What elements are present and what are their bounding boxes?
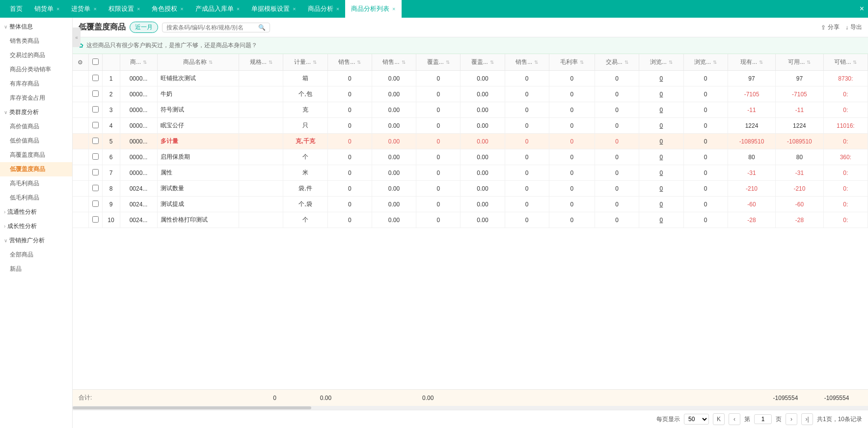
nav-tab-permissions[interactable]: 权限设置 ×	[103, 0, 146, 18]
column-coverage2[interactable]: 覆盖...⇅	[461, 54, 505, 71]
column-sales-qty[interactable]: 销售...⇅	[327, 54, 372, 71]
row-checkbox[interactable]	[92, 169, 99, 175]
column-settings[interactable]: ⚙	[73, 54, 88, 71]
page-size-select[interactable]: 50 20 100	[684, 414, 709, 425]
row-checkbox[interactable]	[92, 122, 99, 128]
sidebar-section-overall[interactable]: ∨ 整体信息	[0, 20, 72, 34]
row-browse1[interactable]: 0	[639, 134, 683, 149]
nav-tab-purchase[interactable]: 进货单 ×	[65, 0, 102, 18]
close-icon[interactable]: ×	[392, 0, 395, 18]
column-name[interactable]: 商品名称⇅	[157, 54, 239, 71]
export-button[interactable]: ↓ 导出	[845, 23, 862, 31]
row-checkbox[interactable]	[92, 75, 99, 81]
close-icon[interactable]: ×	[180, 0, 183, 18]
close-icon[interactable]: ×	[56, 0, 59, 18]
row-name[interactable]: 测试数量	[157, 181, 239, 197]
sidebar-item-low-margin[interactable]: 低毛利商品	[0, 191, 72, 205]
row-name[interactable]: 旺铺批次测试	[157, 71, 239, 86]
row-checkbox[interactable]	[92, 185, 99, 191]
first-page-button[interactable]: K	[713, 413, 725, 425]
column-spec[interactable]: 规格...⇅	[239, 54, 283, 71]
sidebar-item-new-goods[interactable]: 新品	[0, 262, 72, 276]
period-button[interactable]: 近一月	[130, 22, 158, 33]
row-browse1[interactable]: 0	[639, 86, 683, 102]
column-current-stock[interactable]: 现有...⇅	[728, 54, 775, 71]
column-coverage1[interactable]: 覆盖...⇅	[416, 54, 461, 71]
last-page-button[interactable]: ›|	[801, 413, 813, 425]
browse-link[interactable]: 0	[660, 201, 663, 208]
sidebar-toggle-button[interactable]: «	[73, 28, 81, 47]
close-icon[interactable]: ×	[336, 0, 339, 18]
nav-tab-analysis[interactable]: 商品分析 ×	[302, 0, 345, 18]
row-browse1[interactable]: 0	[639, 212, 683, 228]
sidebar-section-marketing[interactable]: ∨ 营销推广分析	[0, 233, 72, 248]
sidebar-item-high-value[interactable]: 高价值商品	[0, 119, 72, 134]
column-sales-other[interactable]: 销售...⇅	[505, 54, 549, 71]
column-browse1[interactable]: 浏览...⇅	[639, 54, 683, 71]
nav-tab-home[interactable]: 首页	[4, 0, 28, 18]
row-name[interactable]: 启用保质期	[157, 149, 239, 165]
row-name[interactable]: 属性价格打印测试	[157, 212, 239, 228]
browse-link[interactable]: 0	[660, 170, 663, 176]
sidebar-section-cluster[interactable]: ∨ 类群度分析	[0, 105, 72, 119]
sidebar-item-traded-goods[interactable]: 交易过的商品	[0, 48, 72, 62]
row-browse1[interactable]: 0	[639, 197, 683, 212]
sidebar-section-growth[interactable]: › 成长性分析	[0, 219, 72, 233]
sidebar-item-stock-capital[interactable]: 库存资金占用	[0, 91, 72, 105]
close-icon[interactable]: ×	[237, 0, 240, 18]
browse-link[interactable]: 0	[660, 75, 663, 82]
row-checkbox[interactable]	[92, 106, 99, 113]
browse-link[interactable]: 0	[660, 122, 663, 129]
sidebar-item-sales-goods[interactable]: 销售类商品	[0, 34, 72, 48]
column-code[interactable]: 商...⇅	[120, 54, 157, 71]
row-browse1[interactable]: 0	[639, 181, 683, 197]
row-checkbox[interactable]	[92, 216, 99, 223]
prev-page-button[interactable]: ‹	[729, 413, 740, 425]
sidebar-item-high-margin[interactable]: 高毛利商品	[0, 176, 72, 191]
sidebar-item-stocked-goods[interactable]: 有库存商品	[0, 77, 72, 91]
close-icon[interactable]: ×	[137, 0, 140, 18]
browse-link[interactable]: 0	[660, 91, 663, 98]
row-browse1[interactable]: 0	[639, 118, 683, 134]
browse-link[interactable]: 0	[660, 217, 663, 224]
select-all-checkbox[interactable]	[92, 58, 99, 65]
share-button[interactable]: ⇪ 分享	[821, 23, 840, 31]
next-page-button[interactable]: ›	[786, 413, 797, 425]
row-browse1[interactable]: 0	[639, 102, 683, 118]
close-icon[interactable]: ×	[93, 0, 96, 18]
row-name[interactable]: 眠宝公仔	[157, 118, 239, 134]
browse-link[interactable]: 0	[660, 107, 663, 114]
row-checkbox[interactable]	[92, 138, 99, 144]
row-browse1[interactable]: 0	[639, 165, 683, 181]
row-browse1[interactable]: 0	[639, 71, 683, 86]
column-sellable[interactable]: 可销...⇅	[823, 54, 868, 71]
row-name[interactable]: 属性	[157, 165, 239, 181]
column-gross-rate[interactable]: 毛利率⇅	[549, 54, 595, 71]
close-all-button[interactable]: ×	[860, 4, 864, 13]
column-sales-amt[interactable]: 销售...⇅	[372, 54, 416, 71]
row-name[interactable]: 多计量	[157, 134, 239, 149]
row-browse1[interactable]: 0	[639, 149, 683, 165]
row-checkbox[interactable]	[92, 200, 99, 207]
sidebar-section-liquidity[interactable]: › 流通性分析	[0, 205, 72, 219]
row-name[interactable]: 牛奶	[157, 86, 239, 102]
nav-tab-template[interactable]: 单据模板设置 ×	[245, 0, 301, 18]
search-input[interactable]	[166, 24, 258, 31]
horizontal-scrollbar[interactable]	[73, 406, 868, 410]
browse-link[interactable]: 0	[660, 185, 663, 192]
nav-tab-roles[interactable]: 角色授权 ×	[146, 0, 189, 18]
row-checkbox[interactable]	[92, 90, 99, 97]
sidebar-item-low-coverage[interactable]: 低覆盖度商品	[0, 162, 72, 176]
column-trans[interactable]: 交易...⇅	[595, 54, 639, 71]
sidebar-item-category-rate[interactable]: 商品分类动销率	[0, 62, 72, 77]
row-name[interactable]: 测试提成	[157, 197, 239, 212]
column-unit[interactable]: 计量...⇅	[283, 54, 327, 71]
browse-link[interactable]: 0	[660, 138, 663, 145]
row-name[interactable]: 符号测试	[157, 102, 239, 118]
nav-tab-sales[interactable]: 销货单 ×	[28, 0, 65, 18]
column-browse2[interactable]: 浏览...⇅	[683, 54, 728, 71]
close-icon[interactable]: ×	[293, 0, 296, 18]
browse-link[interactable]: 0	[660, 154, 663, 161]
sidebar-item-all-goods[interactable]: 全部商品	[0, 248, 72, 262]
nav-tab-inbound[interactable]: 产成品入库单 ×	[190, 0, 245, 18]
